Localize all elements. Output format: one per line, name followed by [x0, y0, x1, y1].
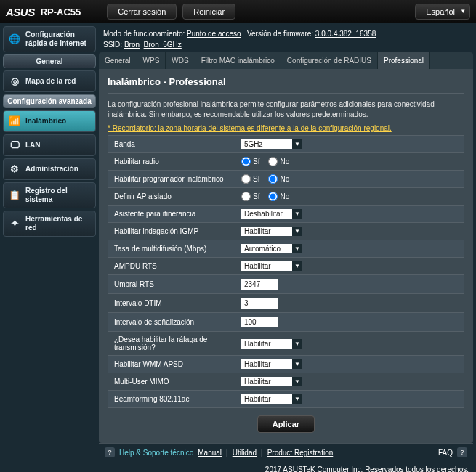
- wifi-icon: 📶: [8, 115, 21, 128]
- radio-yes[interactable]: Sí: [241, 157, 259, 166]
- sidebar-label: Inalámbrico: [25, 117, 66, 126]
- map-icon: ◎: [8, 75, 21, 88]
- row-label: AMPDU RTS: [108, 258, 235, 275]
- band-select[interactable]: 5GHz: [241, 139, 292, 149]
- tab-macfilter[interactable]: Filtro MAC inalámbrico: [195, 52, 281, 69]
- tools-icon: ✦: [8, 217, 21, 230]
- row-label: Tasa de multidifusión (Mbps): [108, 240, 235, 258]
- productreg-link[interactable]: Product Registration: [267, 449, 334, 457]
- row-label: Definir AP aislado: [108, 188, 235, 206]
- lan-icon: 🖵: [8, 139, 21, 152]
- sidebar-wireless[interactable]: 📶 Inalámbrico: [3, 110, 96, 132]
- dropdown-arrow-icon[interactable]: ▼: [292, 261, 302, 271]
- dropdown-arrow-icon[interactable]: ▼: [292, 377, 302, 386]
- sidebar-label: Administración: [25, 165, 78, 174]
- dropdown-arrow-icon[interactable]: ▼: [292, 359, 302, 369]
- timezone-warning[interactable]: * Recordatorio: la zona horaria del sist…: [108, 124, 464, 132]
- sidebar-header-advanced: Configuración avanzada: [3, 94, 96, 108]
- radio-yes[interactable]: Sí: [241, 174, 259, 184]
- panel-title: Inalámbrico - Professional: [108, 76, 464, 94]
- sidebar-syslog[interactable]: 📋 Registro del sistema: [3, 182, 96, 208]
- sidebar-header-general: General: [3, 54, 96, 68]
- dropdown-arrow-icon[interactable]: ▼: [292, 227, 302, 236]
- bf-select[interactable]: Habilitar: [241, 394, 292, 404]
- copyright: 2017 ASUSTeK Computer Inc. Reservados to…: [0, 464, 476, 472]
- apply-button[interactable]: Aplicar: [257, 415, 315, 433]
- top-bar: ASUS RP-AC55 Cerrar sesión Reiniciar Esp…: [0, 0, 476, 23]
- radio-yes[interactable]: Sí: [241, 192, 259, 201]
- row-label: Intervalo de señalización: [108, 313, 235, 332]
- firmware-link[interactable]: 3.0.0.4.382_16358: [315, 30, 376, 38]
- dropdown-arrow-icon[interactable]: ▼: [292, 339, 302, 349]
- sidebar: 🌐 Configuración rápida de Internet Gener…: [3, 26, 96, 461]
- dropdown-arrow-icon[interactable]: ▼: [292, 209, 302, 219]
- row-label: Habilitar indagación IGMP: [108, 223, 235, 240]
- sidebar-label: Configuración rápida de Internet: [25, 30, 91, 48]
- dropdown-arrow-icon[interactable]: ▼: [292, 139, 302, 149]
- panel-desc: La configuración profesional inalámbrica…: [108, 99, 464, 120]
- tab-wps[interactable]: WPS: [137, 52, 166, 69]
- sidebar-label: Herramientas de red: [25, 215, 91, 232]
- burst-select[interactable]: Habilitar: [241, 339, 292, 349]
- beacon-input[interactable]: [241, 317, 278, 327]
- help-label: Help & Soporte técnico: [119, 449, 193, 457]
- status-row: Modo de funcionamiento: Punto de acceso …: [99, 26, 473, 52]
- tab-professional[interactable]: Professional: [378, 52, 430, 69]
- row-label: Banda: [108, 136, 235, 153]
- sidebar-network-map[interactable]: ◎ Mapa de la red: [3, 70, 96, 92]
- panel: Inalámbrico - Professional La configurac…: [99, 69, 473, 443]
- mcast-select[interactable]: Automático: [241, 244, 292, 253]
- sidebar-label: Mapa de la red: [25, 77, 76, 86]
- tab-general[interactable]: General: [99, 52, 137, 69]
- sidebar-admin[interactable]: ⚙ Administración: [3, 158, 96, 180]
- sidebar-nettools[interactable]: ✦ Herramientas de red: [3, 211, 96, 237]
- row-label: ¿Desea habilitar la ráfaga de transmisió…: [108, 332, 235, 356]
- ssid2-link[interactable]: Bron_5GHz: [144, 41, 182, 49]
- sidebar-quick-setup[interactable]: 🌐 Configuración rápida de Internet: [3, 26, 96, 52]
- row-label: Umbral RTS: [108, 275, 235, 294]
- tabs: General WPS WDS Filtro MAC inalámbrico C…: [99, 52, 473, 69]
- radio-no[interactable]: No: [268, 174, 289, 184]
- admin-icon: ⚙: [8, 163, 21, 176]
- row-label: Multi-User MIMO: [108, 373, 235, 391]
- tab-radius[interactable]: Configuración de RADIUS: [281, 52, 378, 69]
- tab-wds[interactable]: WDS: [166, 52, 195, 69]
- dtim-input[interactable]: [241, 298, 278, 309]
- faq-link[interactable]: FAQ: [438, 449, 453, 457]
- help-icon: ?: [105, 447, 115, 457]
- sidebar-lan[interactable]: 🖵 LAN: [3, 134, 96, 156]
- dropdown-arrow-icon[interactable]: ▼: [292, 394, 302, 404]
- faq-icon: ?: [457, 447, 467, 457]
- row-label: Asistente para itinerancia: [108, 206, 235, 223]
- row-label: Beamforming 802.11ac: [108, 391, 235, 408]
- roam-select[interactable]: Deshabilitar: [241, 209, 292, 219]
- rts-input[interactable]: [241, 279, 278, 290]
- mode-link[interactable]: Punto de acceso: [187, 30, 241, 38]
- footer: ? Help & Soporte técnico Manual | Utilid…: [99, 443, 473, 461]
- reboot-button[interactable]: Reiniciar: [182, 4, 235, 20]
- sidebar-label: Registro del sistema: [25, 187, 91, 204]
- brand-logo: ASUS: [6, 6, 35, 18]
- wmm-select[interactable]: Habilitar: [241, 359, 292, 369]
- radio-no[interactable]: No: [268, 157, 289, 166]
- row-label: Intervalo DTIM: [108, 294, 235, 313]
- mumimo-select[interactable]: Habilitar: [241, 377, 292, 386]
- log-icon: 📋: [8, 189, 21, 202]
- ampdu-select[interactable]: Habilitar: [241, 261, 292, 271]
- row-label: Habilitar WMM APSD: [108, 356, 235, 373]
- ssid1-link[interactable]: Bron: [124, 41, 140, 49]
- logout-button[interactable]: Cerrar sesión: [107, 4, 177, 20]
- globe-icon: 🌐: [8, 33, 21, 46]
- row-label: Habilitar radio: [108, 153, 235, 171]
- radio-no[interactable]: No: [268, 192, 289, 201]
- model-label: RP-AC55: [41, 7, 81, 17]
- row-label: Habilitar programador inalámbrico: [108, 171, 235, 188]
- language-select[interactable]: Español: [415, 4, 470, 20]
- igmp-select[interactable]: Habilitar: [241, 227, 292, 236]
- settings-table: Banda 5GHz▼ Habilitar radio Sí No Habili…: [108, 135, 464, 408]
- utility-link[interactable]: Utilidad: [233, 449, 257, 457]
- sidebar-label: LAN: [25, 141, 41, 150]
- dropdown-arrow-icon[interactable]: ▼: [292, 244, 302, 253]
- manual-link[interactable]: Manual: [198, 449, 222, 457]
